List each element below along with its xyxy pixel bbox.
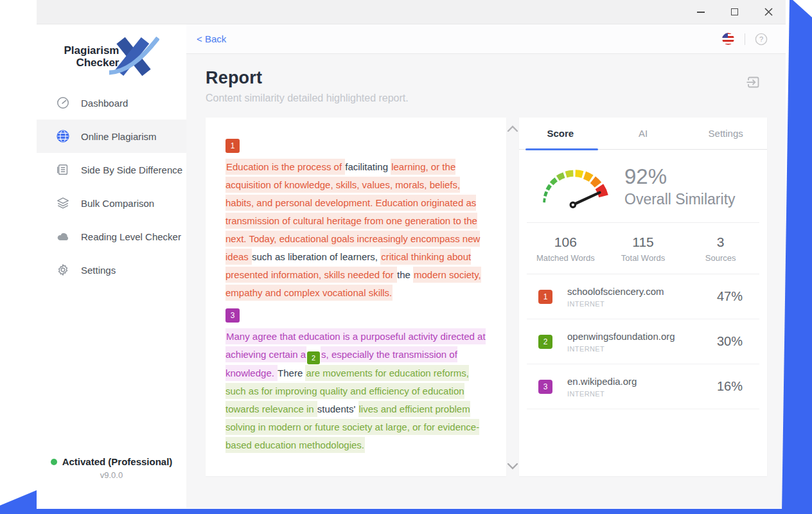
maximize-button[interactable]	[718, 0, 752, 24]
source-badge: 3	[538, 380, 552, 394]
stat-sources: 3Sources	[682, 235, 759, 263]
source-domain: schoolofsciencery.com	[567, 286, 664, 297]
stat-label: Sources	[682, 253, 759, 263]
activation-status: Activated (Professional) v9.0.0	[37, 456, 186, 480]
source-list: 1schoolofsciencery.comINTERNET47%2openwi…	[519, 274, 767, 409]
export-report-button[interactable]	[746, 75, 761, 93]
plain-text-segment: students'	[317, 403, 358, 414]
match-badge-2[interactable]: 2	[307, 351, 320, 364]
maximize-icon	[731, 8, 738, 15]
logo-line2: Checker	[64, 57, 119, 69]
source-badge: 2	[538, 335, 552, 349]
sidebar-item-label: Dashboard	[81, 98, 128, 109]
plain-text-segment: facilitating	[345, 161, 391, 172]
app-window: Plagiarism Checker DashboardOnline Plagi…	[37, 0, 786, 509]
sidebar-item-label: Online Plagiarism	[81, 131, 157, 142]
titlebar	[37, 0, 786, 24]
document-panel: 1Education is the process of facilitatin…	[206, 118, 506, 476]
source-type: INTERNET	[567, 345, 675, 353]
source-domain: openwingsfoundation.org	[567, 331, 675, 342]
close-button[interactable]	[752, 0, 786, 24]
decorative-blue-band	[782, 0, 812, 514]
scroll-down-icon[interactable]	[506, 462, 519, 471]
dashboard-icon	[56, 96, 70, 110]
minimize-button[interactable]	[684, 0, 718, 24]
overall-similarity-label: Overall Similarity	[624, 191, 736, 208]
tab-settings[interactable]: Settings	[684, 118, 767, 149]
stat-value: 3	[682, 235, 759, 250]
source-percent: 47%	[717, 289, 759, 304]
status-dot-icon	[51, 459, 57, 465]
logo-line1: Plagiarism	[64, 44, 119, 57]
sidebar: Plagiarism Checker DashboardOnline Plagi…	[37, 24, 186, 508]
highlighted-segment-red: Education is the process of	[225, 159, 345, 175]
score-tabs: ScoreAISettings	[519, 118, 767, 150]
page-title: Report	[206, 68, 786, 88]
decorative-blue-triangle	[0, 490, 37, 509]
document-paragraph: Many agree that education is a purposefu…	[225, 328, 486, 454]
globe-icon	[56, 129, 70, 143]
source-info: openwingsfoundation.orgINTERNET	[567, 331, 675, 353]
sidebar-item-label: Reading Level Checker	[81, 231, 181, 242]
stat-value: 115	[605, 235, 682, 250]
sidebar-item-side-by-side-difference[interactable]: Side By Side Difference	[37, 153, 186, 186]
report-content: Report Content similarity detailed highl…	[186, 54, 786, 476]
match-badge-3[interactable]: 3	[225, 308, 240, 323]
overall-similarity-percent: 92%	[624, 164, 736, 189]
source-info: en.wikipedia.orgINTERNET	[567, 376, 637, 398]
match-badge-1[interactable]: 1	[225, 139, 240, 153]
overall-similarity-section: 92% Overall Similarity	[527, 150, 759, 223]
stat-value: 106	[527, 235, 605, 250]
tab-score[interactable]: Score	[519, 118, 602, 149]
back-link[interactable]: < Back	[197, 33, 226, 44]
highlighted-document: 1Education is the process of facilitatin…	[225, 139, 486, 454]
stat-label: Total Words	[605, 253, 682, 263]
source-percent: 16%	[717, 379, 759, 394]
header-divider	[745, 33, 745, 45]
reading-level-icon	[56, 229, 70, 244]
source-percent: 30%	[717, 334, 759, 349]
sidebar-item-bulk-comparison[interactable]: Bulk Comparison	[37, 186, 186, 220]
document-paragraph: Education is the process of facilitating…	[225, 158, 486, 302]
stat-total-words: 115Total Words	[605, 235, 682, 263]
settings-icon	[56, 263, 70, 277]
app-logo: Plagiarism Checker	[37, 36, 186, 77]
bulk-comparison-icon	[56, 196, 70, 210]
source-badge: 1	[538, 290, 552, 304]
source-type: INTERNET	[567, 390, 637, 398]
help-icon[interactable]: ?	[755, 33, 768, 46]
source-info: schoolofsciencery.comINTERNET	[567, 286, 664, 308]
sidebar-item-settings[interactable]: Settings	[37, 253, 186, 287]
scroll-up-icon[interactable]	[506, 124, 519, 133]
content-header: < Back	[186, 24, 786, 54]
tab-ai[interactable]: AI	[602, 118, 685, 149]
export-icon	[746, 75, 761, 90]
sidebar-item-online-plagiarism[interactable]: Online Plagiarism	[37, 120, 186, 153]
plain-text-segment: There	[278, 368, 305, 378]
sidebar-item-reading-level-checker[interactable]: Reading Level Checker	[37, 220, 186, 253]
app-version: v9.0.0	[37, 470, 186, 480]
plain-text-segment: such as liberation of learners,	[252, 251, 380, 262]
sidebar-item-dashboard[interactable]: Dashboard	[37, 86, 186, 120]
side-by-side-icon	[56, 163, 70, 177]
decorative-blue-strip	[0, 509, 812, 514]
close-icon	[764, 8, 773, 16]
source-domain: en.wikipedia.org	[567, 376, 637, 387]
stat-matched-words: 106Matched Words	[527, 235, 605, 263]
source-type: INTERNET	[567, 300, 664, 308]
source-row-2[interactable]: 2openwingsfoundation.orgINTERNET30%	[527, 319, 759, 364]
word-stats: 106Matched Words115Total Words3Sources	[527, 223, 759, 274]
source-row-1[interactable]: 1schoolofsciencery.comINTERNET47%	[527, 274, 759, 319]
sidebar-item-label: Side By Side Difference	[81, 164, 182, 175]
source-row-3[interactable]: 3en.wikipedia.orgINTERNET16%	[527, 364, 759, 409]
svg-text:?: ?	[759, 35, 763, 43]
score-panel: ScoreAISettings	[519, 118, 767, 476]
scroll-arrows	[506, 118, 519, 476]
minimize-icon	[697, 12, 705, 13]
stat-label: Matched Words	[527, 253, 605, 263]
similarity-gauge-icon	[533, 159, 615, 213]
page-subtitle: Content similarity detailed highlighted …	[206, 93, 786, 104]
main-area: < Back	[186, 24, 786, 508]
sidebar-item-label: Bulk Comparison	[81, 198, 154, 209]
language-flag-icon[interactable]	[721, 32, 735, 46]
